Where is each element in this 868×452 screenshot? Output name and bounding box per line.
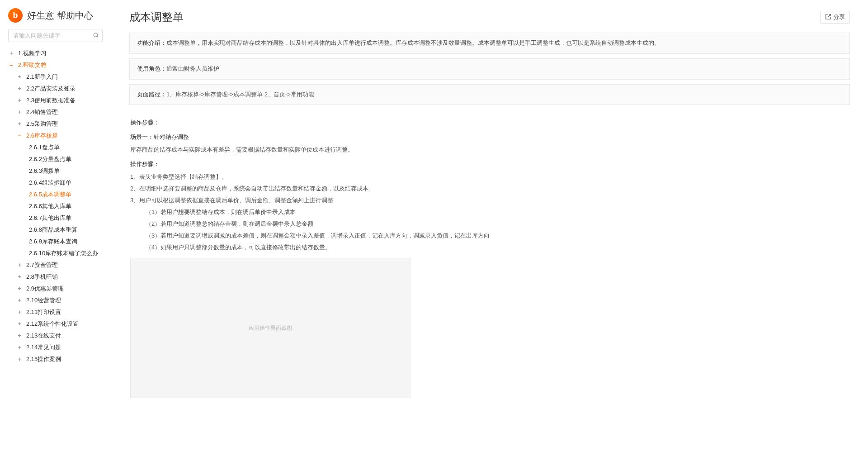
expand-icon	[16, 330, 23, 342]
role-text: 通常由财务人员维护	[166, 65, 219, 72]
search-icon[interactable]	[93, 32, 99, 39]
nav-item-2-2[interactable]: 2.2产品安装及登录	[0, 83, 111, 95]
scene1-title: 场景一：针对结存调整	[130, 131, 849, 143]
role-label: 使用角色：	[137, 65, 166, 72]
expand-icon	[16, 295, 23, 306]
svg-line-1	[97, 36, 99, 38]
nav-item-2-6-9[interactable]: 2.6.9库存账本查询	[0, 236, 111, 247]
nav-item-2-6-2[interactable]: 2.6.2分量盘点单	[0, 153, 111, 165]
expand-icon	[8, 48, 14, 59]
nav-label: 2.8手机旺铺	[26, 271, 58, 283]
nav-item-2-6-1[interactable]: 2.6.1盘点单	[0, 142, 111, 153]
ordered-steps: 1、表头业务类型选择【结存调整】。 2、在明细中选择要调整的商品及仓库，系统会自…	[130, 171, 849, 253]
nav-item-2-7[interactable]: 2.7资金管理	[0, 259, 111, 271]
substep-3: （3）若用户知道要调增或调减的成本差值，则在调整金额中录入差值，调增录入正值，记…	[146, 230, 849, 242]
nav-label: 2.9优惠券管理	[26, 283, 64, 295]
nav-label: 2.11打印设置	[26, 306, 61, 318]
nav-item-2-9[interactable]: 2.9优惠券管理	[0, 283, 111, 295]
share-button[interactable]: 分享	[820, 11, 850, 24]
nav-item-2-1[interactable]: 2.1新手入门	[0, 71, 111, 83]
nav-label: 2.1新手入门	[26, 71, 58, 83]
nav-item-2-5[interactable]: 2.5采购管理	[0, 118, 111, 130]
nav-label: 2.13在线支付	[26, 330, 61, 342]
nav-item-2-12[interactable]: 2.12系统个性化设置	[0, 318, 111, 330]
nav-item-docs[interactable]: 2.帮助文档	[0, 59, 111, 71]
substep-4: （4）如果用户只调整部分数量的成本，可以直接修改带出的结存数量。	[146, 242, 849, 253]
share-icon	[825, 14, 831, 21]
nav-label: 2.6.5成本调整单	[29, 191, 71, 198]
nav-label: 2.2产品安装及登录	[26, 83, 75, 95]
nav-label: 2.6.3调拨单	[29, 167, 60, 174]
nav-label: 2.6.7其他出库单	[29, 214, 71, 221]
expand-icon	[16, 118, 23, 130]
substep-2: （2）若用户知道调整总的结存金额，则在调后金额中录入总金额	[146, 218, 849, 230]
scene1-desc: 库存商品的结存成本与实际成本有差异，需要根据结存数量和实际单位成本进行调整。	[130, 144, 849, 156]
expand-icon	[16, 271, 23, 283]
nav-item-2-8[interactable]: 2.8手机旺铺	[0, 271, 111, 283]
collapse-icon	[8, 59, 14, 71]
nav-label: 2.4销售管理	[26, 106, 58, 118]
content-body: 操作步骤： 场景一：针对结存调整 库存商品的结存成本与实际成本有差异，需要根据结…	[129, 109, 850, 403]
nav-item-2-6-10[interactable]: 2.6.10库存账本错了怎么办	[0, 247, 111, 259]
nav-item-2-14[interactable]: 2.14常见问题	[0, 342, 111, 353]
nav-item-2-6-7[interactable]: 2.6.7其他出库单	[0, 212, 111, 224]
expand-icon	[16, 259, 23, 271]
nav-item-2-15[interactable]: 2.15操作案例	[0, 353, 111, 365]
nav-item-2-6-4[interactable]: 2.6.4组装拆卸单	[0, 177, 111, 189]
role-box: 使用角色：通常由财务人员维护	[129, 58, 850, 80]
nav-label: 1.视频学习	[18, 48, 47, 59]
nav-item-2-10[interactable]: 2.10经营管理	[0, 295, 111, 306]
expand-icon	[16, 306, 23, 318]
nav-label: 2.15操作案例	[26, 353, 61, 365]
expand-icon	[16, 106, 23, 118]
path-label: 页面路径：	[137, 91, 166, 98]
brand-logo-icon: b	[8, 8, 23, 23]
sidebar: b 好生意 帮助中心 1.视频学习 2.帮助文档 2.1新手入门 2.2产品安装…	[0, 0, 111, 452]
nav-label: 2.10经营管理	[26, 295, 61, 306]
nav-tree: 1.视频学习 2.帮助文档 2.1新手入门 2.2产品安装及登录 2.3使用前数…	[0, 48, 111, 365]
embedded-screenshot: 应用操作界面截图	[130, 258, 410, 398]
nav-item-2-13[interactable]: 2.13在线支付	[0, 330, 111, 342]
intro-box: 功能介绍：成本调整单，用来实现对商品结存成本的调整，以及针对具体的出入库单进行成…	[129, 33, 850, 54]
nav-label: 2.6.10库存账本错了怎么办	[29, 250, 98, 257]
expand-icon	[16, 318, 23, 330]
intro-text: 成本调整单，用来实现对商品结存成本的调整，以及针对具体的出入库单进行成本调整。库…	[166, 39, 660, 46]
nav-label: 2.5采购管理	[26, 118, 58, 130]
main-content: 成本调整单 分享 功能介绍：成本调整单，用来实现对商品结存成本的调整，以及针对具…	[111, 0, 868, 452]
path-box: 页面路径：1、库存核算->库存管理->成本调整单 2、首页->常用功能	[129, 84, 850, 105]
nav-label: 2.6.2分量盘点单	[29, 156, 71, 162]
step-2: 2、在明细中选择要调整的商品及仓库，系统会自动带出结存数量和结存金额，以及结存成…	[130, 183, 849, 195]
nav-item-videos[interactable]: 1.视频学习	[0, 48, 111, 59]
expand-icon	[16, 283, 23, 295]
nav-label: 2.6.6其他入库单	[29, 203, 71, 209]
nav-label: 2.3使用前数据准备	[26, 95, 75, 106]
nav-label: 2.6.1盘点单	[29, 144, 60, 151]
expand-icon	[16, 353, 23, 365]
nav-label: 2.6库存核算	[26, 130, 58, 142]
nav-item-2-11[interactable]: 2.11打印设置	[0, 306, 111, 318]
brand: b 好生意 帮助中心	[0, 8, 111, 29]
step-3: 3、用户可以根据调整依据直接在调后单价、调后金额、调整金额列上进行调整	[130, 195, 849, 206]
nav-label: 2.6.9库存账本查询	[29, 238, 77, 245]
brand-title: 好生意 帮助中心	[27, 10, 93, 22]
nav-item-2-6-3[interactable]: 2.6.3调拨单	[0, 165, 111, 177]
substeps: （1）若用户想要调整结存成本，则在调后单价中录入成本 （2）若用户知道调整总的结…	[130, 206, 849, 253]
expand-icon	[16, 342, 23, 353]
expand-icon	[16, 95, 23, 106]
nav-item-2-4[interactable]: 2.4销售管理	[0, 106, 111, 118]
nav-item-2-6-5[interactable]: 2.6.5成本调整单	[0, 189, 111, 200]
nav-item-2-6[interactable]: 2.6库存核算	[0, 130, 111, 142]
nav-label: 2.6.8商品成本重算	[29, 226, 77, 233]
share-button-label: 分享	[833, 13, 845, 21]
steps-header: 操作步骤：	[130, 117, 849, 128]
path-text: 1、库存核算->库存管理->成本调整单 2、首页->常用功能	[166, 91, 314, 98]
nav-item-2-3[interactable]: 2.3使用前数据准备	[0, 95, 111, 106]
svg-point-0	[94, 33, 97, 36]
nav-label: 2.帮助文档	[18, 59, 47, 71]
search-box	[8, 29, 103, 42]
nav-item-2-6-6[interactable]: 2.6.6其他入库单	[0, 200, 111, 212]
nav-label: 2.14常见问题	[26, 342, 61, 353]
search-input[interactable]	[8, 29, 103, 42]
substep-1: （1）若用户想要调整结存成本，则在调后单价中录入成本	[146, 206, 849, 218]
nav-item-2-6-8[interactable]: 2.6.8商品成本重算	[0, 224, 111, 236]
